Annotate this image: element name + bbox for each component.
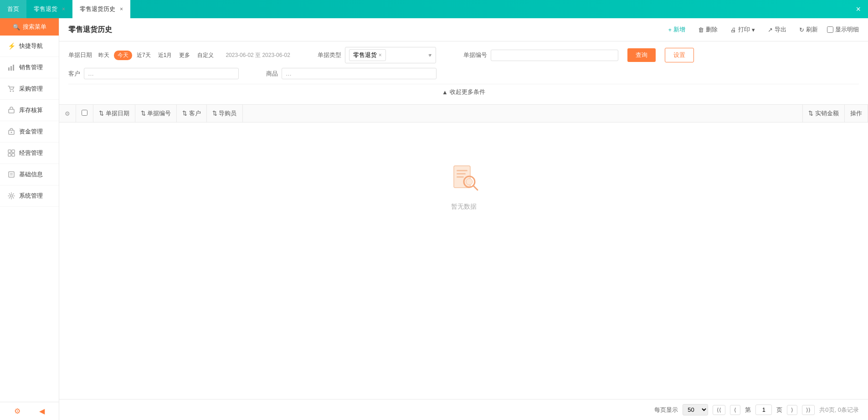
- sidebar-collapse-button[interactable]: ◀: [39, 407, 45, 415]
- goods-filter-input[interactable]: …: [282, 68, 437, 79]
- page-title: 零售退货历史: [68, 25, 112, 35]
- tab-retail-return-close[interactable]: ×: [62, 6, 65, 12]
- number-filter-input[interactable]: [491, 50, 618, 61]
- date-btn-1month[interactable]: 近1月: [155, 51, 175, 60]
- refresh-label: 刷新: [806, 26, 818, 34]
- sidebar-item-sales[interactable]: 销售管理: [0, 57, 59, 78]
- table-customer-header[interactable]: ⇅ 客户: [177, 105, 207, 123]
- goods-filter-field: 商品 …: [266, 68, 437, 79]
- sidebar-item-finance[interactable]: 资金管理: [0, 121, 59, 143]
- date-range-display: 2023-06-02 至 2023-06-02: [226, 51, 290, 59]
- page-size-select[interactable]: 20 50 100: [683, 404, 708, 415]
- show-detail-checkbox[interactable]: [827, 26, 833, 33]
- customer-filter-field: 客户 …: [68, 68, 239, 79]
- sidebar-settings-button[interactable]: ⚙: [14, 407, 21, 415]
- finance-icon: [7, 128, 15, 136]
- total-info: 共0页, 0条记录: [819, 406, 859, 414]
- goods-placeholder: …: [286, 70, 292, 77]
- svg-rect-8: [8, 150, 11, 153]
- date-btn-more[interactable]: 更多: [176, 51, 193, 60]
- export-label: 导出: [775, 26, 786, 34]
- print-label: 打印: [738, 26, 750, 34]
- table-date-header[interactable]: ⇅ 单据日期: [93, 105, 135, 123]
- delete-icon: 🗑: [698, 26, 704, 33]
- sidebar-item-inventory[interactable]: 库存核算: [0, 100, 59, 121]
- page-number-input[interactable]: [755, 405, 772, 415]
- settings-button[interactable]: 设置: [665, 48, 694, 62]
- table-header-row: ⚙ ⇅ 单据日期 ⇅ 单据编号 ⇅ 客户: [59, 105, 868, 123]
- export-button[interactable]: ↗ 导出: [764, 24, 790, 36]
- refresh-button[interactable]: ↻ 刷新: [796, 24, 822, 36]
- table-settings-icon[interactable]: ⚙: [65, 110, 70, 117]
- type-tag-close[interactable]: ×: [379, 52, 382, 58]
- svg-rect-10: [8, 154, 11, 156]
- svg-point-3: [10, 91, 11, 92]
- table-date-header-label: ⇅ 单据日期: [99, 110, 129, 117]
- table-header: ⚙ ⇅ 单据日期 ⇅ 单据编号 ⇅ 客户: [59, 105, 868, 123]
- first-page-button[interactable]: ⟨⟨: [713, 405, 725, 415]
- sidebar-item-purchase[interactable]: 采购管理: [0, 78, 59, 100]
- sidebar-search-label: 搜索菜单: [23, 23, 46, 31]
- tab-home-label: 首页: [7, 5, 19, 13]
- print-dropdown-icon: ▾: [752, 26, 755, 33]
- type-filter-label: 单据类型: [318, 51, 341, 59]
- svg-rect-1: [10, 66, 12, 71]
- sidebar-item-operations[interactable]: 经营管理: [0, 143, 59, 164]
- query-button[interactable]: 查询: [627, 48, 656, 62]
- tab-home[interactable]: 首页: [0, 0, 26, 18]
- customer-filter-input[interactable]: …: [84, 68, 239, 79]
- table-guide-header-label: ⇅ 导购员: [212, 110, 237, 117]
- new-icon: +: [668, 26, 672, 33]
- prev-page-button[interactable]: ⟨: [730, 405, 740, 415]
- date-btn-yesterday[interactable]: 昨天: [96, 51, 112, 60]
- empty-text: 暂无数据: [451, 203, 477, 211]
- date-filter-label: 单据日期: [68, 51, 92, 59]
- page-unit: 页: [776, 406, 782, 414]
- print-button[interactable]: 🖨 打印 ▾: [727, 24, 759, 36]
- svg-line-22: [473, 186, 478, 190]
- tab-retail-return-history[interactable]: 零售退货历史 ×: [72, 0, 130, 18]
- tab-retail-return-history-close[interactable]: ×: [120, 6, 123, 12]
- delete-button[interactable]: 🗑 删除: [694, 24, 721, 36]
- page-label: 第: [745, 406, 751, 414]
- svg-point-15: [10, 195, 13, 197]
- date-filter-field: 单据日期 昨天 今天 近7天 近1月 更多 自定义: [68, 51, 216, 60]
- svg-rect-18: [457, 173, 466, 174]
- date-shortcuts: 昨天 今天 近7天 近1月 更多 自定义: [96, 51, 216, 60]
- table-spacer-header: [242, 105, 803, 123]
- date-btn-custom[interactable]: 自定义: [195, 51, 216, 60]
- table-guide-header[interactable]: ⇅ 导购员: [206, 105, 242, 123]
- tab-retail-return[interactable]: 零售退货 ×: [26, 0, 72, 18]
- sidebar-item-sales-label: 销售管理: [19, 63, 43, 72]
- sidebar-item-system[interactable]: 系统管理: [0, 185, 59, 207]
- window-close-button[interactable]: ×: [848, 5, 868, 14]
- sidebar-search[interactable]: 🔍 搜索菜单: [0, 18, 59, 36]
- svg-rect-11: [12, 154, 15, 156]
- svg-rect-2: [13, 65, 14, 71]
- next-page-button[interactable]: ⟩: [787, 405, 797, 415]
- select-all-checkbox[interactable]: [82, 110, 87, 116]
- date-btn-7days[interactable]: 近7天: [134, 51, 154, 60]
- empty-icon: [446, 159, 482, 195]
- number-filter-field: 单据编号: [463, 50, 618, 61]
- table-number-header[interactable]: ⇅ 单据编号: [135, 105, 177, 123]
- page-size-label: 每页显示: [654, 406, 678, 414]
- date-btn-today[interactable]: 今天: [114, 51, 132, 60]
- sidebar-bottom: ⚙ ◀: [0, 402, 59, 420]
- pagination-bar: 每页显示 20 50 100 ⟨⟨ ⟨ 第 页 ⟩ ⟩⟩ 共0页, 0条记录: [59, 399, 868, 420]
- new-button[interactable]: + 新增: [664, 24, 689, 36]
- show-detail-label: 显示明细: [835, 26, 859, 34]
- filter-row-2: 客户 … 商品 …: [68, 68, 859, 79]
- table-customer-header-label: ⇅ 客户: [182, 110, 201, 117]
- purchase-icon: [7, 85, 15, 93]
- sidebar: 🔍 搜索菜单 ⚡ 快捷导航 销售管理 采购管理: [0, 18, 59, 420]
- table-amount-header[interactable]: ⇅ 实销金额: [803, 105, 845, 123]
- last-page-button[interactable]: ⟩⟩: [802, 405, 815, 415]
- collapse-conditions-button[interactable]: ▲ 收起更多条件: [68, 84, 859, 99]
- sidebar-item-basic-info[interactable]: 基础信息: [0, 164, 59, 185]
- svg-point-21: [466, 179, 473, 185]
- quick-nav-icon: ⚡: [7, 42, 15, 50]
- sidebar-item-quick-nav[interactable]: ⚡ 快捷导航: [0, 36, 59, 57]
- tab-list: 首页 零售退货 × 零售退货历史 ×: [0, 0, 848, 18]
- type-select[interactable]: 零售退货 × ▼: [345, 47, 436, 63]
